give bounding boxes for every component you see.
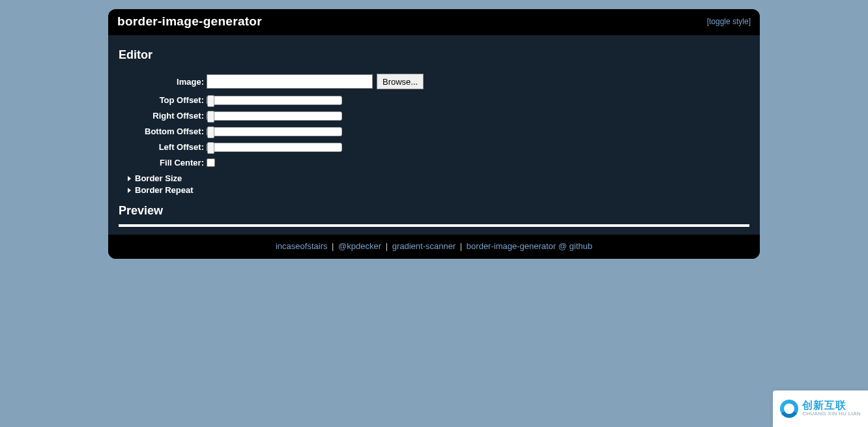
fill-center-checkbox[interactable] — [207, 158, 215, 167]
browse-button[interactable]: Browse... — [377, 74, 424, 89]
row-right-offset: Right Offset: — [119, 111, 749, 121]
label-image: Image: — [119, 77, 207, 87]
watermark-cn: 创新互联 — [802, 400, 860, 411]
footer-sep: | — [332, 241, 336, 251]
watermark-badge: 创新互联 CHUANG XIN HU LIAN — [773, 390, 868, 427]
collapsible-border-size[interactable]: Border Size — [128, 173, 749, 183]
slider-thumb-icon[interactable] — [207, 126, 214, 138]
slider-right-offset[interactable] — [207, 111, 342, 121]
label-right-offset: Right Offset: — [119, 111, 207, 121]
footer-link-gradient-scanner[interactable]: gradient-scanner — [392, 241, 456, 251]
row-top-offset: Top Offset: — [119, 95, 749, 105]
watermark-text: 创新互联 CHUANG XIN HU LIAN — [802, 400, 860, 417]
slider-thumb-icon[interactable] — [207, 95, 214, 107]
toggle-style-link[interactable]: [toggle style] — [707, 17, 751, 26]
content-area: Editor Image: Browse... Top Offset: Righ… — [108, 35, 760, 227]
footer-link-incaseofstairs[interactable]: incaseofstairs — [276, 241, 327, 251]
label-fill-center: Fill Center: — [119, 158, 207, 168]
footer-link-github[interactable]: border-image-generator @ github — [467, 241, 592, 251]
slider-bottom-offset[interactable] — [207, 127, 342, 136]
label-left-offset: Left Offset: — [119, 142, 207, 152]
slider-top-offset[interactable] — [207, 96, 342, 105]
label-bottom-offset: Bottom Offset: — [119, 126, 207, 136]
slider-left-offset[interactable] — [207, 143, 342, 152]
preview-heading: Preview — [119, 204, 749, 218]
row-bottom-offset: Bottom Offset: — [119, 126, 749, 136]
watermark-logo-icon — [780, 400, 798, 418]
row-image: Image: Browse... — [119, 74, 749, 89]
row-fill-center: Fill Center: — [119, 158, 749, 168]
chevron-right-icon — [128, 176, 131, 181]
collapsible-label: Border Size — [135, 173, 182, 183]
slider-thumb-icon[interactable] — [207, 142, 214, 154]
collapsible-border-repeat[interactable]: Border Repeat — [128, 185, 749, 195]
header-bar: border-image-generator [toggle style] — [108, 9, 760, 35]
app-title: border-image-generator — [117, 14, 262, 29]
row-left-offset: Left Offset: — [119, 142, 749, 152]
preview-divider — [119, 224, 749, 227]
chevron-right-icon — [128, 188, 131, 193]
label-top-offset: Top Offset: — [119, 95, 207, 105]
footer-sep: | — [386, 241, 390, 251]
editor-heading: Editor — [119, 48, 749, 62]
image-input[interactable] — [207, 74, 373, 89]
slider-thumb-icon[interactable] — [207, 111, 214, 123]
footer-sep: | — [460, 241, 465, 251]
collapsible-label: Border Repeat — [135, 185, 194, 195]
footer-link-kpdecker[interactable]: @kpdecker — [338, 241, 381, 251]
editor-form: Image: Browse... Top Offset: Right Offse… — [119, 74, 749, 195]
footer-bar: incaseofstairs | @kpdecker | gradient-sc… — [108, 235, 760, 259]
app-window: border-image-generator [toggle style] Ed… — [108, 9, 760, 259]
watermark-en: CHUANG XIN HU LIAN — [802, 411, 860, 417]
